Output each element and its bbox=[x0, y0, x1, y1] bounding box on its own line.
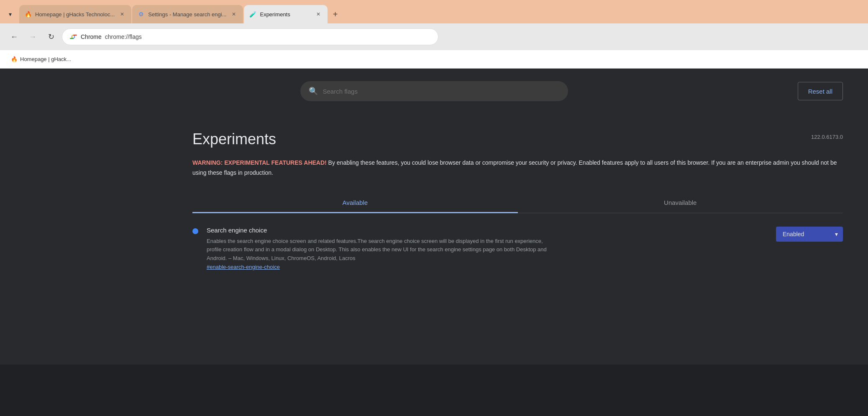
version-text: 122.0.6173.0 bbox=[811, 134, 843, 140]
address-url: chrome://flags bbox=[105, 33, 142, 40]
reset-all-button[interactable]: Reset all bbox=[798, 82, 843, 100]
tab-settings[interactable]: ⚙ Settings - Manage search engi... ✕ bbox=[132, 5, 243, 23]
warning-text: WARNING: EXPERIMENTAL FEATURES AHEAD! By… bbox=[192, 158, 843, 178]
tab-close-experiments[interactable]: ✕ bbox=[314, 10, 323, 18]
flag-control-search-engine-choice: Default Enabled Disabled bbox=[776, 227, 843, 242]
panel-header: Experiments 122.0.6173.0 bbox=[192, 130, 843, 148]
tab-bar-left: ▾ bbox=[3, 8, 17, 23]
flag-dot-search-engine-choice bbox=[192, 228, 198, 234]
flag-select-wrapper: Default Enabled Disabled bbox=[776, 227, 843, 242]
tab-favicon-settings: ⚙ bbox=[137, 10, 145, 18]
search-flags-input[interactable] bbox=[323, 88, 560, 95]
tab-favicon-experiments: 🧪 bbox=[249, 10, 256, 18]
flag-link-search-engine-choice[interactable]: #enable-search-engine-choice bbox=[207, 264, 280, 270]
flag-title-search-engine-choice: Search engine choice bbox=[207, 227, 768, 234]
new-tab-button[interactable]: + bbox=[328, 8, 342, 21]
address-chrome-label: Chrome bbox=[81, 33, 102, 40]
flag-select-search-engine-choice[interactable]: Default Enabled Disabled bbox=[776, 227, 843, 242]
bookmark-label-ghacks: Homepage | gHack... bbox=[20, 56, 71, 62]
bookmark-item-ghacks[interactable]: 🔥 Homepage | gHack... bbox=[7, 54, 75, 64]
tab-favicon-ghacks: 🔥 bbox=[24, 10, 32, 18]
tab-close-settings[interactable]: ✕ bbox=[230, 10, 238, 18]
tab-dropdown-button[interactable]: ▾ bbox=[3, 8, 17, 21]
search-area-inner: 🔍 Reset all bbox=[0, 81, 868, 101]
forward-button[interactable]: → bbox=[25, 29, 40, 44]
address-bar[interactable]: Chrome chrome://flags bbox=[62, 28, 438, 45]
tab-experiments[interactable]: 🧪 Experiments ✕ bbox=[244, 5, 328, 23]
chrome-logo-icon bbox=[69, 33, 77, 41]
back-button[interactable]: ← bbox=[7, 29, 22, 44]
flag-item-search-engine-choice: Search engine choice Enables the search … bbox=[192, 227, 843, 272]
tab-unavailable[interactable]: Unavailable bbox=[518, 193, 843, 213]
svg-point-1 bbox=[72, 36, 74, 38]
tab-available[interactable]: Available bbox=[192, 193, 518, 213]
experiments-panel: Experiments 122.0.6173.0 WARNING: EXPERI… bbox=[0, 114, 868, 365]
tab-title-settings: Settings - Manage search engi... bbox=[148, 11, 226, 18]
experiments-title: Experiments bbox=[192, 130, 276, 148]
flag-description-text: Enables the search engine choice screen … bbox=[207, 238, 547, 262]
search-box: 🔍 bbox=[300, 81, 568, 101]
flag-description-search-engine-choice: Enables the search engine choice screen … bbox=[207, 237, 550, 272]
main-content: 🔍 Reset all Experiments 122.0.6173.0 WAR… bbox=[0, 69, 868, 378]
bookmark-favicon-ghacks: 🔥 bbox=[11, 56, 18, 62]
sidebar bbox=[0, 114, 167, 365]
search-icon: 🔍 bbox=[309, 87, 318, 96]
reload-button[interactable]: ↻ bbox=[44, 29, 59, 44]
panel-body: Experiments 122.0.6173.0 WARNING: EXPERI… bbox=[167, 114, 868, 365]
tab-title-experiments: Experiments bbox=[260, 11, 311, 18]
content-tab-row: Available Unavailable bbox=[192, 193, 843, 213]
flag-content-search-engine-choice: Search engine choice Enables the search … bbox=[207, 227, 768, 272]
bookmark-bar: 🔥 Homepage | gHack... bbox=[0, 50, 868, 69]
tab-bar: ▾ 🔥 Homepage | gHacks Technoloc... ✕ ⚙ S… bbox=[0, 0, 868, 23]
tab-title-ghacks: Homepage | gHacks Technoloc... bbox=[35, 11, 115, 18]
nav-bar: ← → ↻ Chrome chrome://flags bbox=[0, 23, 868, 50]
tab-close-ghacks[interactable]: ✕ bbox=[118, 10, 126, 18]
tab-ghacks[interactable]: 🔥 Homepage | gHacks Technoloc... ✕ bbox=[19, 5, 131, 23]
search-area: 🔍 Reset all bbox=[0, 69, 868, 114]
warning-prefix: WARNING: EXPERIMENTAL FEATURES AHEAD! bbox=[192, 159, 327, 166]
